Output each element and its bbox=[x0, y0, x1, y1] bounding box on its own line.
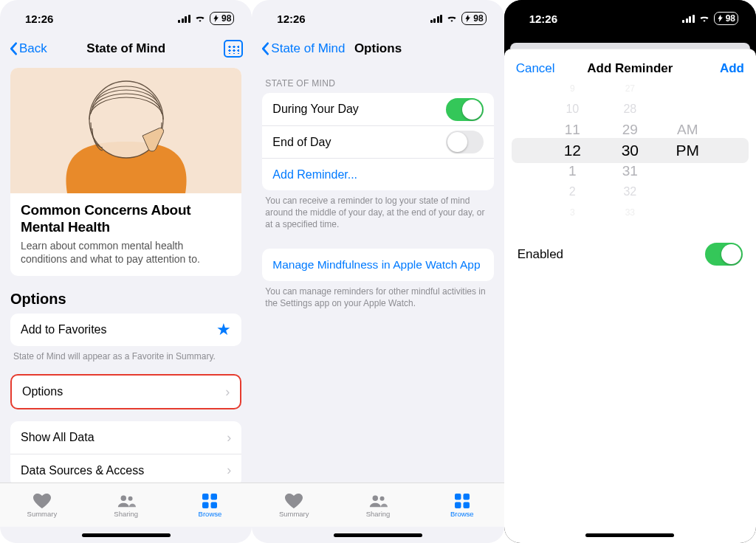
reminder-footnote: You can receive a reminder to log your s… bbox=[265, 195, 490, 231]
picker-value: 29 bbox=[622, 120, 638, 140]
time-picker[interactable]: 9 10 11 12 1 2 3 27 28 29 30 31 32 33 bbox=[512, 88, 749, 213]
tab-label: Summary bbox=[279, 510, 309, 518]
svg-rect-3 bbox=[202, 494, 209, 500]
battery-icon: 98 bbox=[210, 12, 234, 25]
picker-value: 11 bbox=[565, 120, 580, 140]
picker-ampm-column[interactable]: AM PM bbox=[668, 78, 707, 223]
home-indicator bbox=[0, 527, 252, 543]
row-label: Enabled bbox=[518, 247, 563, 262]
svg-rect-9 bbox=[455, 494, 461, 500]
status-bar: 12:26 98 bbox=[252, 0, 504, 32]
row-label: Manage Mindfulness in Apple Watch App bbox=[272, 258, 480, 272]
svg-rect-12 bbox=[463, 502, 470, 508]
wifi-icon bbox=[446, 13, 458, 25]
tab-browse[interactable]: Browse bbox=[420, 483, 504, 527]
row-label: Show All Data bbox=[21, 431, 94, 444]
tab-sharing[interactable]: Sharing bbox=[84, 483, 168, 527]
tab-label: Browse bbox=[199, 510, 222, 518]
back-button[interactable]: State of Mind bbox=[261, 41, 345, 56]
calendar-button[interactable] bbox=[224, 40, 243, 58]
status-time: 12:26 bbox=[25, 13, 53, 25]
page-title: Options bbox=[354, 41, 402, 56]
home-indicator bbox=[252, 527, 504, 543]
wifi-icon bbox=[194, 13, 206, 25]
tab-bar: Summary Sharing Browse bbox=[252, 483, 504, 527]
enabled-toggle[interactable] bbox=[705, 243, 743, 266]
svg-point-2 bbox=[128, 496, 132, 500]
svg-rect-5 bbox=[202, 502, 209, 508]
end-of-day-toggle[interactable] bbox=[446, 131, 484, 153]
watch-footnote: You can manage reminders for other mindf… bbox=[265, 286, 490, 309]
back-button[interactable]: Back bbox=[9, 41, 47, 56]
picker-value: 1 bbox=[568, 161, 577, 181]
add-button[interactable]: Add bbox=[720, 61, 744, 76]
group-header: STATE OF MIND bbox=[265, 78, 490, 89]
grid-icon bbox=[453, 493, 472, 509]
nav-bar: Back State of Mind bbox=[0, 32, 252, 65]
picker-hour-column[interactable]: 9 10 11 12 1 2 3 bbox=[553, 78, 591, 223]
status-time: 12:26 bbox=[277, 13, 305, 25]
cellular-icon bbox=[430, 15, 443, 23]
chevron-right-icon: › bbox=[227, 430, 231, 446]
svg-rect-11 bbox=[455, 502, 461, 508]
picker-value: 27 bbox=[625, 78, 635, 99]
options-heading: Options bbox=[10, 291, 241, 308]
heart-icon bbox=[284, 493, 303, 509]
row-label: During Your Day bbox=[272, 103, 359, 116]
article-card[interactable]: Common Concerns About Mental Health Lear… bbox=[10, 68, 241, 276]
data-sources-row[interactable]: Data Sources & Access › bbox=[10, 454, 241, 483]
during-your-day-row[interactable]: During Your Day bbox=[262, 93, 493, 125]
picker-value-selected: 30 bbox=[622, 140, 639, 161]
sheet-title: Add Reminder bbox=[587, 61, 673, 76]
picker-value-selected: PM bbox=[676, 140, 700, 161]
background-sheet-peek bbox=[510, 43, 750, 49]
back-label: Back bbox=[19, 41, 47, 56]
nav-bar: State of Mind Options bbox=[252, 32, 504, 65]
tab-summary[interactable]: Summary bbox=[252, 483, 336, 527]
row-label: Data Sources & Access bbox=[21, 464, 144, 477]
show-all-data-row[interactable]: Show All Data › bbox=[10, 421, 241, 454]
people-icon bbox=[368, 493, 388, 509]
status-bar: 12:26 98 bbox=[0, 0, 252, 32]
during-day-toggle[interactable] bbox=[446, 98, 484, 121]
options-row[interactable]: Options › bbox=[12, 376, 240, 408]
svg-rect-10 bbox=[463, 494, 470, 500]
picker-minute-column[interactable]: 27 28 29 30 31 32 33 bbox=[611, 78, 649, 223]
article-illustration bbox=[10, 68, 241, 193]
tab-summary[interactable]: Summary bbox=[0, 483, 84, 527]
battery-icon: 98 bbox=[714, 12, 738, 25]
picker-value: 2 bbox=[569, 181, 576, 202]
svg-point-7 bbox=[373, 495, 378, 500]
manage-mindfulness-row[interactable]: Manage Mindfulness in Apple Watch App bbox=[262, 249, 493, 281]
picker-value: 10 bbox=[566, 99, 579, 120]
cancel-button[interactable]: Cancel bbox=[516, 61, 555, 76]
picker-value: 3 bbox=[570, 202, 575, 223]
tab-browse[interactable]: Browse bbox=[168, 483, 252, 527]
end-of-day-row[interactable]: End of Day bbox=[262, 125, 493, 158]
article-title: Common Concerns About Mental Health bbox=[21, 202, 231, 236]
chevron-right-icon: › bbox=[225, 384, 230, 400]
row-label: Add Reminder... bbox=[272, 168, 357, 181]
battery-icon: 98 bbox=[461, 12, 486, 25]
calendar-icon bbox=[224, 40, 243, 58]
star-icon: ★ bbox=[216, 320, 231, 339]
status-bar: 12:26 98 bbox=[504, 0, 756, 32]
add-reminder-row[interactable]: Add Reminder... bbox=[262, 158, 493, 190]
row-label: End of Day bbox=[272, 136, 331, 149]
tab-label: Sharing bbox=[114, 510, 138, 518]
chevron-right-icon: › bbox=[227, 463, 231, 478]
picker-value: 9 bbox=[570, 78, 575, 99]
svg-rect-6 bbox=[211, 502, 218, 508]
row-label: Options bbox=[22, 385, 63, 398]
tab-label: Browse bbox=[450, 510, 474, 518]
status-time: 12:26 bbox=[529, 13, 557, 25]
add-to-favorites-row[interactable]: Add to Favorites ★ bbox=[10, 314, 241, 346]
people-icon bbox=[117, 493, 136, 509]
tab-bar: Summary Sharing Browse bbox=[0, 483, 252, 527]
cellular-icon bbox=[682, 15, 695, 23]
svg-point-8 bbox=[380, 496, 385, 500]
picker-value-selected: 12 bbox=[564, 140, 581, 161]
picker-value: 31 bbox=[622, 161, 638, 181]
heart-icon bbox=[32, 493, 52, 509]
tab-sharing[interactable]: Sharing bbox=[336, 483, 420, 527]
